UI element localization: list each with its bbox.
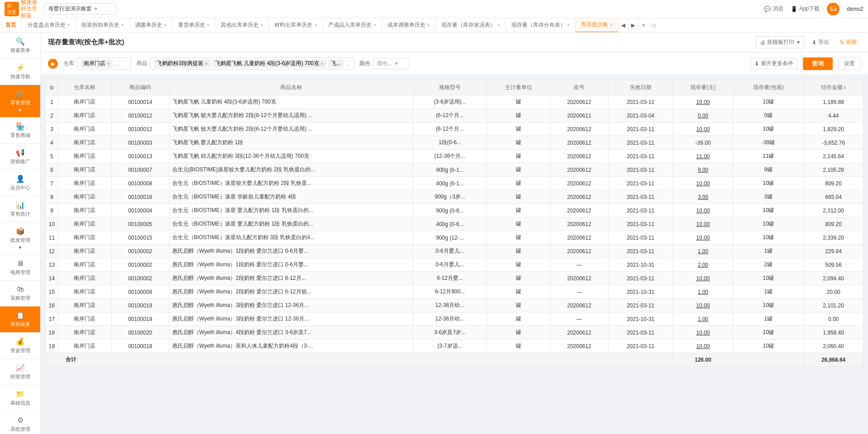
tab-close-all-button[interactable]: ×	[638, 18, 649, 33]
sidebar-item-search[interactable]: 🔍 搜索英单	[0, 33, 40, 59]
sidebar-item-inventory[interactable]: 📋 库存核算	[0, 307, 40, 333]
settings-button[interactable]: 设置	[838, 57, 861, 70]
cell-qty-pack: 10罐	[733, 340, 804, 353]
tab-tiaobai-close[interactable]: ×	[164, 23, 167, 28]
sidebar-item-operation[interactable]: 📈 经营管理	[0, 359, 40, 385]
cell-qty-main[interactable]: 10.00	[673, 231, 733, 245]
cell-batch: 20200612	[550, 299, 608, 312]
sidebar-item-basic[interactable]: 📁 基础信息	[0, 385, 40, 411]
print-template-button[interactable]: 🖨 按模板打印 ▼	[756, 36, 805, 48]
cell-qty-main[interactable]: 10.00	[673, 272, 733, 285]
cell-qty-pack: 11罐	[733, 150, 804, 163]
sidebar-item-finance[interactable]: 💰 资金管理	[0, 333, 40, 359]
cell-qty-main[interactable]: 10.00	[673, 177, 733, 190]
th-qty-main: 现存量(主)	[673, 80, 733, 95]
product-tag-wrap[interactable]: 飞鹤奶粉3段两提装 × 飞鹤星飞帆 儿童奶粉 4段(3-6岁适用) 700克 ×…	[150, 57, 354, 70]
cell-qty-main[interactable]: 3.00	[673, 190, 733, 204]
sidebar-item-retail[interactable]: 🛒 零售管理 ▼	[0, 85, 40, 118]
tab-zuchai[interactable]: 组装拆卸单历史 ×	[76, 18, 130, 33]
app-download-button[interactable]: 📱 App下载	[791, 5, 820, 13]
expand-filter-button[interactable]: ▶	[48, 59, 58, 69]
tab-qitachu-close[interactable]: ×	[260, 23, 263, 28]
finance-icon: 💰	[16, 337, 25, 346]
cell-qty-main[interactable]: 2.00	[673, 258, 733, 272]
cell-qty-main[interactable]: 10.00	[673, 340, 733, 353]
tab-kupici-close[interactable]: ×	[610, 22, 613, 27]
cell-spec: 12-36月幼...	[413, 299, 487, 312]
tab-home[interactable]: 首页	[0, 18, 22, 33]
msg-button[interactable]: 💬 消息	[764, 5, 783, 13]
cell-qty-main[interactable]: 1.00	[673, 285, 733, 299]
search-button[interactable]: 查询	[803, 57, 833, 70]
export-icon: ⬇	[812, 39, 816, 46]
cell-qty-main[interactable]: 0.00	[673, 109, 733, 123]
tab-qitachu[interactable]: 其他出库单历史 ×	[215, 18, 269, 33]
tab-chengbentiao[interactable]: 成本调整单历史 ×	[382, 18, 436, 33]
sidebar-item-marketing[interactable]: 📢 营销推广	[0, 144, 40, 170]
cell-qty-main[interactable]: 1.00	[673, 245, 733, 258]
expand-more-button[interactable]: ⬇ 展开更多条件	[750, 58, 797, 69]
cell-unit: 罐	[486, 163, 550, 177]
cell-no: 12	[46, 245, 58, 258]
tab-xianzai-dist-close[interactable]: ×	[567, 23, 570, 28]
sidebar-item-quick[interactable]: ⚡ 快捷导航	[0, 59, 40, 85]
cell-qty-main[interactable]: 10.00	[673, 299, 733, 312]
cell-spec: 6-12月婴...	[413, 272, 487, 285]
topbar-right: 💬 消息 📱 App下载 Ea demo2	[764, 3, 863, 15]
sidebar-item-member[interactable]: 👤 会员中心	[0, 170, 40, 196]
sidebar-item-system[interactable]: ⚙ 系统管理	[0, 411, 40, 434]
product-tag2-close[interactable]: ×	[321, 61, 324, 67]
tab-fenpan-close[interactable]: ×	[67, 23, 70, 28]
cell-qty-main[interactable]: 1.00	[673, 312, 733, 326]
cell-qty-main[interactable]: 10.00	[673, 217, 733, 231]
sidebar-item-stats[interactable]: 📊 零售统计	[0, 196, 40, 222]
tab-prev-button[interactable]: ◀	[618, 18, 628, 33]
tab-kupici[interactable]: 库存批次账 ×	[576, 18, 618, 33]
tab-chengbentiao-close[interactable]: ×	[427, 23, 430, 28]
tab-xianzai-stock-close[interactable]: ×	[497, 23, 500, 28]
tab-cailiaochu-close[interactable]: ×	[314, 23, 317, 28]
breadcrumb-selector[interactable]: 母婴行业演示账套 ▼	[44, 3, 117, 14]
tab-fenpan[interactable]: 分盘盘点单历史 ×	[22, 18, 76, 33]
cell-qty-main[interactable]: 10.00	[673, 204, 733, 217]
cell-no: 6	[46, 163, 58, 177]
amount-info-icon[interactable]: ℹ	[844, 85, 846, 90]
product-tag-3: 飞...	[328, 59, 344, 68]
cell-qty-main[interactable]: 11.00	[673, 150, 733, 163]
tab-maximize-button[interactable]: □	[649, 18, 659, 33]
tab-cailiaochu[interactable]: 材料出库单历史 ×	[269, 18, 323, 33]
tab-home-label: 首页	[5, 21, 16, 29]
sidebar-item-purchase[interactable]: 🛍 采购管理	[0, 281, 40, 307]
export-button[interactable]: ⬇ 导出	[808, 37, 833, 48]
cell-no: 4	[46, 136, 58, 150]
cell-qty-main[interactable]: 10.00	[673, 95, 733, 109]
tab-chengbentiao-label: 成本调整单历史	[387, 21, 425, 29]
tab-xianzai-dist[interactable]: 现存量（库存分布表） ×	[506, 18, 576, 33]
refresh-button[interactable]: ↻ 刷新	[836, 37, 861, 48]
product-tag1-close[interactable]: ×	[205, 61, 208, 67]
tab-xianzai-stock[interactable]: 现存量（库存状况表） ×	[436, 18, 506, 33]
color-filter-select[interactable]: 颜色... ▼	[373, 58, 409, 69]
tab-tiaobai[interactable]: 调拨单历史 ×	[130, 18, 173, 33]
warehouse-tag-close[interactable]: ×	[107, 61, 110, 67]
tab-chengbenru-close[interactable]: ×	[373, 23, 376, 28]
tab-next-button[interactable]: ▶	[628, 18, 638, 33]
tab-yaohuo[interactable]: 要货单历史 ×	[173, 18, 216, 33]
cell-qty-main[interactable]: 10.00	[673, 123, 733, 136]
basic-icon: 📁	[16, 390, 25, 398]
sidebar-item-ecommerce[interactable]: 🖥 电商管理	[0, 255, 40, 281]
th-settings[interactable]: ⚙	[46, 80, 58, 95]
avatar-label: Ea	[830, 6, 837, 12]
tab-chengbenru[interactable]: 产成品入库单历史 ×	[323, 18, 382, 33]
tab-tiaobai-label: 调拨单历史	[135, 21, 162, 29]
cell-spec: 12-36月幼...	[413, 312, 487, 326]
tab-yaohuo-close[interactable]: ×	[207, 23, 210, 28]
sidebar-item-wholesale[interactable]: 📦 批发管理 ▼	[0, 222, 40, 255]
avatar[interactable]: Ea	[827, 3, 840, 15]
cell-qty-main[interactable]: 9.00	[673, 163, 733, 177]
cell-qty-main[interactable]: 10.00	[673, 326, 733, 340]
warehouse-tag-wrap[interactable]: 南岸门店 × ...	[77, 57, 131, 70]
sidebar-item-shop[interactable]: 🏪 零售商城	[0, 118, 40, 144]
tab-zuchai-close[interactable]: ×	[121, 23, 124, 28]
cell-unit: 罐	[486, 177, 550, 190]
